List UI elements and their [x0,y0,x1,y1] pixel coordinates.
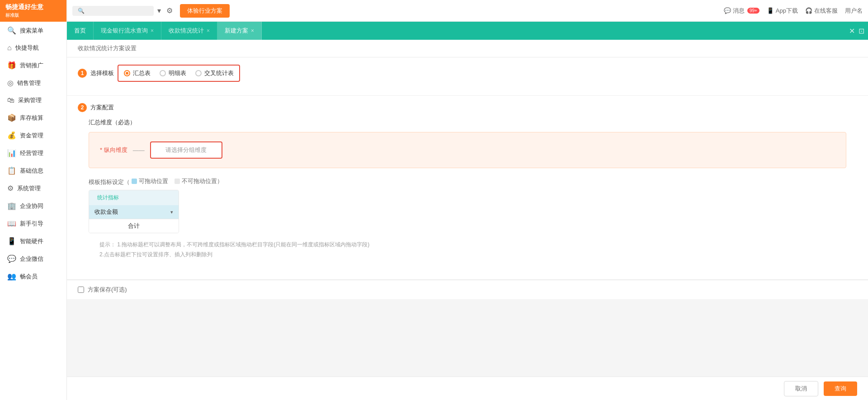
metrics-table: 统计指标 收款金额 ▾ 合计 [89,190,179,233]
search-bar[interactable]: 🔍 [72,6,154,16]
trial-button[interactable]: 体验行业方案 [180,4,230,18]
sidebar-item-wechat[interactable]: 💬 企业微信 [0,250,66,268]
sidebar-label-system: 系统管理 [17,184,41,193]
metrics-section: 模板指标设定（ 可拖动位置 不可拖动位置） [89,177,846,235]
tab-new-plan[interactable]: 新建方案 × [217,22,262,40]
main-section: 1 选择模板 汇总表 明细表 交叉统计表 [67,57,868,299]
dimension-area: * 纵向维度 —— 请选择分组维度 [89,132,846,168]
member-icon: 👥 [7,272,16,281]
tab-new-plan-label: 新建方案 [225,27,248,35]
service-item[interactable]: 🎧 在线客服 [805,7,838,15]
notification-badge: 99+ [747,8,760,14]
sidebar-item-operation[interactable]: 📊 经营管理 [0,144,66,162]
save-checkbox[interactable] [78,287,84,293]
notification-icon: 💬 [724,7,731,14]
non-draggable-indicator: 不可拖动位置） [175,177,223,185]
user-name: 用户名 [845,7,863,15]
tab-receipt-close[interactable]: × [207,28,210,34]
draggable-label: 可拖动位置 [139,177,168,185]
sidebar-item-search[interactable]: 🔍 搜索菜单 [0,22,66,39]
config-section: 汇总维度（必选） * 纵向维度 —— 请选择分组维度 模板指标设定（ [78,118,857,272]
sidebar-label-nav: 快捷导航 [15,44,39,52]
radio-label-summary: 汇总表 [133,69,151,77]
tabbar-actions: ✕ ⊡ [845,22,868,40]
sidebar-item-cooperation[interactable]: 🏢 企业协同 [0,197,66,215]
page-content: 收款情况统计方案设置 1 选择模板 汇总表 明细表 [67,40,868,400]
cancel-button[interactable]: 取消 [784,381,818,396]
sidebar-item-member[interactable]: 👥 畅会员 [0,268,66,285]
topbar-right: 💬 消息 99+ 📱 App下载 🎧 在线客服 用户名 [724,7,863,15]
download-item[interactable]: 📱 App下载 [767,7,798,15]
sidebar-item-basic[interactable]: 📋 基础信息 [0,162,66,179]
metrics-settings-label: 模板指标设定（ 可拖动位置 不可拖动位置） [89,177,223,186]
sidebar-item-system[interactable]: ⚙ 系统管理 [0,179,66,197]
main-content: 🔍 ▾ ⚙ 体验行业方案 💬 消息 99+ 📱 App下载 🎧 在线客服 用户名 [67,0,868,400]
step2-section: 2 方案配置 汇总维度（必选） * 纵向维度 —— 请选择分组维度 [67,96,868,280]
basic-icon: 📋 [7,166,16,175]
sidebar-label-marketing: 营销推广 [20,61,43,70]
sales-icon: ◎ [7,79,14,87]
search-icon-topbar: 🔍 [78,8,85,14]
tab-home[interactable]: 首页 [67,22,94,40]
step2-badge: 2 [78,103,87,112]
tab-bank-close[interactable]: × [151,28,154,34]
sidebar-item-finance[interactable]: 💰 资金管理 [0,127,66,144]
settings-icon[interactable]: ⚙ [166,6,173,15]
sidebar-item-guide[interactable]: 📖 新手引导 [0,215,66,232]
notification-item[interactable]: 💬 消息 99+ [724,7,760,15]
save-section: 方案保存(可选) [67,280,868,299]
gift-icon: 🎁 [7,61,16,70]
step2-header: 2 方案配置 [78,103,857,112]
app-version: 标准版 [5,12,43,19]
user-item[interactable]: 用户名 [845,7,863,15]
non-draggable-label: 不可拖动位置） [182,177,223,185]
hardware-icon: 📱 [7,237,16,245]
sidebar-item-nav[interactable]: ⌂ 快捷导航 [0,39,66,56]
draggable-indicator: 可拖动位置 [132,177,168,185]
dimension-select[interactable]: 请选择分组维度 [150,141,222,159]
tip-line2: 2.点击标题栏下拉可设置排序、插入列和删除列 [99,250,835,260]
sidebar-item-hardware[interactable]: 📱 智能硬件 [0,232,66,250]
sidebar-label-operation: 经营管理 [20,149,43,157]
step1-badge: 1 [78,69,87,78]
sidebar-item-purchase[interactable]: 🛍 采购管理 [0,92,66,109]
tip-line1: 提示： 1.拖动标题栏可以调整布局，不可跨维度或指标区域拖动栏目字段(只能在同一… [99,240,835,250]
service-label: 在线客服 [814,7,838,15]
metrics-table-header: 统计指标 [89,190,179,205]
dimension-vertical-label: * 纵向维度 [100,146,127,154]
tab-bank[interactable]: 现金银行流水查询 × [94,22,161,40]
sidebar-item-inventory[interactable]: 📦 库存核算 [0,109,66,127]
sidebar-label-member: 畅会员 [20,273,38,281]
radio-label-cross: 交叉统计表 [204,69,234,77]
radio-detail[interactable]: 明细表 [160,69,186,77]
notification-label: 消息 [733,7,745,15]
step1-section: 1 选择模板 汇总表 明细表 交叉统计表 [67,57,868,96]
dropdown-arrow[interactable]: ▾ [157,6,161,15]
sidebar-item-marketing[interactable]: 🎁 营销推广 [0,56,66,74]
sidebar-item-sales[interactable]: ◎ 销售管理 [0,74,66,92]
save-label: 方案保存(可选) [88,286,127,294]
metrics-column-header[interactable]: 收款金额 ▾ [89,205,179,219]
download-icon: 📱 [767,7,774,14]
step1-header: 1 选择模板 汇总表 明细表 交叉统计表 [78,65,857,82]
tabbar: 首页 现金银行流水查询 × 收款情况统计 × 新建方案 × ✕ ⊡ [67,22,868,40]
search-icon: 🔍 [7,26,16,35]
query-button[interactable]: 查询 [824,381,857,396]
sidebar-label-purchase: 采购管理 [18,96,42,104]
tab-window-close[interactable]: ✕ [849,27,855,35]
guide-icon: 📖 [7,219,16,228]
sidebar-label-basic: 基础信息 [20,167,43,175]
sidebar-label-inventory: 库存核算 [20,114,43,122]
radio-dot-cross [195,70,202,76]
tab-receipt[interactable]: 收款情况统计 × [161,22,217,40]
system-icon: ⚙ [7,184,14,193]
tab-new-plan-close[interactable]: × [251,28,254,34]
radio-cross[interactable]: 交叉统计表 [195,69,234,77]
chevron-down-icon[interactable]: ▾ [170,209,173,215]
radio-summary[interactable]: 汇总表 [124,69,151,77]
tab-maximize[interactable]: ⊡ [859,27,864,35]
tab-receipt-label: 收款情况统计 [169,27,204,35]
step2-title: 方案配置 [90,104,114,112]
metrics-column-label: 收款金额 [94,208,118,216]
sidebar-logo: 畅捷通好生意 标准版 [0,0,66,22]
